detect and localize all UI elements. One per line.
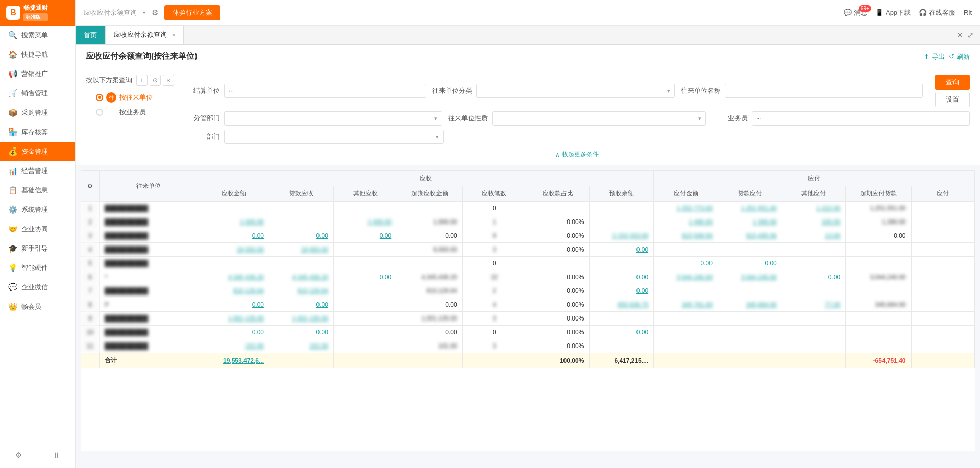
sidebar-item-finance[interactable]: 💰 资金管理 bbox=[0, 142, 75, 161]
table-row: 3██████████0.000.000.000.0090.00%2,153,3… bbox=[81, 229, 975, 243]
refresh-icon: ↺ bbox=[949, 53, 954, 60]
table-row: 11██████████152.00152.00101.0030.00% bbox=[81, 339, 975, 353]
table-header-group: ⚙ 往来单位 应收 应付 bbox=[81, 171, 975, 186]
page-actions: ⬆ 导出 ↺ 刷新 bbox=[924, 52, 970, 61]
export-button[interactable]: ⬆ 导出 bbox=[924, 52, 945, 61]
partner-scheme-icon: 往 bbox=[106, 92, 116, 103]
dept-input[interactable]: ▾ bbox=[224, 111, 442, 126]
sidebar-footer: ⚙ ⏸ bbox=[0, 442, 75, 468]
footer-ar-count bbox=[462, 353, 526, 368]
partner-cell: P bbox=[100, 298, 198, 312]
data-table: ⚙ 往来单位 应收 应付 应收金额 贷款应收 其他应收 超期应收金额 应收笔数 … bbox=[81, 170, 975, 368]
partner-name-input[interactable] bbox=[725, 84, 923, 98]
th-ar-amount: 应收金额 bbox=[198, 186, 270, 202]
sidebar-item-system[interactable]: ⚙️ 系统管理 bbox=[0, 200, 75, 219]
th-ar-ratio: 应收款占比 bbox=[526, 186, 589, 202]
app-download-button[interactable]: 📱 App下载 bbox=[875, 8, 911, 17]
table-footer: 合计 19,553,472,6... 100.00% 6,417,215....… bbox=[81, 353, 975, 368]
table-row: 1██████████01,252,773.001,251,551.001,22… bbox=[81, 202, 975, 215]
field-partner-name: 往来单位名称 bbox=[681, 75, 923, 107]
chevron-down-icon[interactable]: ▾ bbox=[143, 10, 145, 15]
field-dept: 分管部门 ▾ bbox=[184, 111, 442, 126]
app-icon: 📱 bbox=[875, 9, 884, 16]
refresh-button[interactable]: ↺ 刷新 bbox=[949, 52, 970, 61]
collapse-filter-button[interactable]: ∧ 收起更多条件 bbox=[184, 148, 970, 161]
filter-row-1: 结算单位 ··· 往来单位分类 ▾ bbox=[184, 75, 970, 107]
sidebar-item-purchase[interactable]: 📦 采购管理 bbox=[0, 103, 75, 122]
filter-label: 按以下方案查询 bbox=[86, 76, 132, 85]
sidebar: B 畅捷通财 标准版 🔍 搜索菜单 🏠 快捷导航 📢 营销推广 🛒 销售管理 📦… bbox=[0, 0, 76, 468]
scheme-by-salesman[interactable]: 按业务员 bbox=[96, 106, 174, 118]
partner-cell: ^ bbox=[100, 270, 198, 284]
settings-footer-btn[interactable]: ⚙ bbox=[10, 448, 27, 463]
sidebar-item-sales[interactable]: 🛒 销售管理 bbox=[0, 84, 75, 103]
salesman-input[interactable]: ··· bbox=[752, 111, 970, 126]
field-settlement-unit: 结算单位 ··· bbox=[184, 75, 426, 107]
maximize-window-icon[interactable]: ⤢ bbox=[967, 31, 974, 40]
th-gear[interactable]: ⚙ bbox=[81, 171, 100, 202]
sidebar-item-quick-nav[interactable]: 🏠 快捷导航 bbox=[0, 45, 75, 64]
tab-active[interactable]: 应收应付余额查询 × bbox=[106, 26, 184, 44]
footer-ar-ratio: 100.00% bbox=[526, 353, 589, 368]
partner-cell: ██████████ bbox=[100, 202, 198, 215]
dept-label: 分管部门 bbox=[184, 114, 220, 123]
guide-icon: 🎓 bbox=[8, 244, 17, 253]
edit-scheme-btn[interactable]: ⊙ bbox=[150, 75, 161, 86]
solution-button[interactable]: 体验行业方案 bbox=[164, 5, 220, 20]
partner-cell: ██████████ bbox=[100, 312, 198, 326]
search-menu-icon: 🔍 bbox=[8, 31, 17, 40]
page-content-area: 应收应付余额查询(按往来单位) ⬆ 导出 ↺ 刷新 按以下方案查询 bbox=[76, 45, 980, 468]
home-tab-label: 首页 bbox=[84, 31, 97, 40]
sidebar-item-guide[interactable]: 🎓 新手引导 bbox=[0, 239, 75, 258]
service-icon: 🎧 bbox=[919, 9, 927, 16]
scheme-by-partner[interactable]: 往 按往来单位 bbox=[96, 91, 174, 104]
set-button[interactable]: 设置 bbox=[935, 92, 970, 107]
department-input[interactable]: ▾ bbox=[224, 130, 444, 144]
sidebar-item-marketing[interactable]: 📢 营销推广 bbox=[0, 64, 75, 84]
footer-ar-prepay: 6,417,215.... bbox=[590, 353, 654, 368]
collapse-scheme-btn[interactable]: « bbox=[163, 75, 174, 86]
table-row: 10██████████0.000.000.0000.00%0.00 bbox=[81, 326, 975, 339]
th-ar-count: 应收笔数 bbox=[462, 186, 526, 202]
field-partner-category: 往来单位分类 ▾ bbox=[432, 75, 674, 107]
purchase-icon: 📦 bbox=[8, 108, 17, 117]
partner-category-input[interactable]: ▾ bbox=[476, 84, 674, 98]
add-scheme-btn[interactable]: + bbox=[136, 75, 148, 86]
sidebar-item-operations[interactable]: 📊 经营管理 bbox=[0, 161, 75, 181]
scheme-salesman-label: 按业务员 bbox=[119, 108, 146, 117]
field-partner-nature: 往来单位性质 ▾ bbox=[448, 111, 706, 126]
field-salesman: 业务员 ··· bbox=[712, 111, 970, 126]
sidebar-item-hardware[interactable]: 💡 智能硬件 bbox=[0, 258, 75, 278]
sidebar-item-collab[interactable]: 🤝 企业协同 bbox=[0, 219, 75, 239]
sidebar-item-weixin[interactable]: 💬 企业微信 bbox=[0, 278, 75, 297]
sidebar-item-basic-info[interactable]: 📋 基础信息 bbox=[0, 181, 75, 200]
topbar: 应收应付余额查询 ▾ ⚙ 体验行业方案 💬 消息 99+ 📱 App下载 🎧 在… bbox=[76, 0, 980, 26]
settlement-unit-input[interactable]: ··· bbox=[224, 84, 426, 98]
sidebar-item-member[interactable]: 👑 畅会员 bbox=[0, 297, 75, 316]
footer-ar-total[interactable]: 19,553,472,6... bbox=[198, 353, 270, 368]
service-label: 在线客服 bbox=[929, 8, 955, 17]
close-tab-icon[interactable]: × bbox=[172, 32, 175, 38]
collapse-sidebar-btn[interactable]: ⏸ bbox=[47, 448, 65, 463]
sidebar-item-search-menu[interactable]: 🔍 搜索菜单 bbox=[0, 26, 75, 45]
partner-nature-input[interactable]: ▾ bbox=[492, 111, 706, 126]
tab-home[interactable]: 首页 bbox=[76, 26, 106, 44]
query-scheme-panel: 按以下方案查询 + ⊙ « 往 按往来单位 bbox=[86, 75, 174, 161]
department-chevron-icon: ▾ bbox=[436, 134, 439, 140]
scheme-partner-label: 按往来单位 bbox=[119, 93, 153, 102]
query-button[interactable]: 查询 bbox=[935, 75, 970, 90]
sidebar-item-inventory[interactable]: 🏪 库存核算 bbox=[0, 122, 75, 142]
th-receivable-group: 应收 bbox=[198, 171, 654, 186]
online-service-button[interactable]: 🎧 在线客服 bbox=[919, 8, 955, 17]
finance-icon: 💰 bbox=[8, 147, 17, 156]
nature-chevron-icon: ▾ bbox=[698, 115, 701, 122]
message-button[interactable]: 💬 消息 99+ bbox=[844, 8, 867, 17]
category-chevron-icon: ▾ bbox=[667, 88, 670, 94]
close-window-icon[interactable]: ✕ bbox=[957, 31, 963, 40]
refresh-label: 刷新 bbox=[957, 52, 970, 61]
filter-row-3: 部门 ▾ bbox=[184, 130, 970, 144]
user-menu[interactable]: Rit bbox=[964, 9, 972, 16]
main-content: 首页 应收应付余额查询 × ✕ ⤢ 应收应付余额查询(按往来单位) ⬆ 导出 ↺… bbox=[76, 26, 980, 468]
gear-icon[interactable]: ⚙ bbox=[152, 8, 158, 17]
table-row: 4██████████18,000.0018,000.009,000.0030.… bbox=[81, 243, 975, 257]
